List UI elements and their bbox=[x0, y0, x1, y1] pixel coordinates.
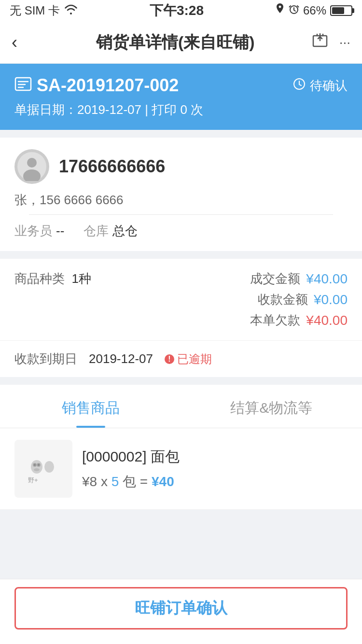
customer-meta: 业务员 -- 仓库 总仓 bbox=[14, 223, 348, 239]
nav-bar: ‹ 销货单详情(来自旺铺) ··· bbox=[0, 21, 362, 64]
header-card-top: SA-20191207-002 待确认 bbox=[14, 75, 348, 96]
avatar bbox=[14, 149, 49, 184]
status-left: 无 SIM 卡 bbox=[10, 3, 78, 18]
share-icon[interactable] bbox=[310, 31, 330, 54]
due-date-value: 2019-12-07 bbox=[89, 351, 153, 366]
salesperson-value: -- bbox=[56, 224, 64, 238]
product-item: 野+ [0000002] 面包 ¥8 x 5 包 = ¥40 bbox=[0, 428, 362, 510]
summary-card: 商品种类 1种 成交金额 ¥40.00 收款金额 ¥0.00 本单欠款 ¥40.… bbox=[0, 259, 362, 340]
transaction-amount-label: 成交金额 bbox=[250, 270, 300, 287]
product-unit-price: ¥8 bbox=[82, 474, 97, 489]
svg-point-11 bbox=[31, 460, 42, 474]
bottom-bar: 旺铺订单确认 bbox=[0, 579, 362, 644]
product-list: 野+ [0000002] 面包 ¥8 x 5 包 = ¥40 bbox=[0, 428, 362, 510]
summary-right: 成交金额 ¥40.00 收款金额 ¥0.00 本单欠款 ¥40.00 bbox=[250, 270, 348, 329]
order-number: SA-20191207-002 bbox=[14, 75, 179, 96]
product-unit: 包 bbox=[123, 474, 136, 489]
tab-sales-products[interactable]: 销售商品 bbox=[0, 385, 181, 428]
battery-icon bbox=[330, 5, 352, 16]
product-price: ¥8 x 5 包 = ¥40 bbox=[82, 473, 348, 491]
product-types-label: 商品种类 bbox=[14, 271, 65, 286]
customer-top: 17666666666 bbox=[14, 149, 348, 184]
customer-info: 张，156 6666 6666 bbox=[14, 192, 348, 209]
summary-row: 商品种类 1种 成交金额 ¥40.00 收款金额 ¥0.00 本单欠款 ¥40.… bbox=[14, 270, 348, 329]
nav-actions: ··· bbox=[310, 31, 350, 54]
owed-amount-value: ¥40.00 bbox=[306, 313, 348, 328]
carrier-text: 无 SIM 卡 bbox=[10, 3, 60, 18]
equals-sign: = bbox=[140, 474, 152, 489]
collected-amount-value: ¥0.00 bbox=[314, 292, 348, 308]
collected-amount-label: 收款金额 bbox=[258, 291, 308, 308]
owed-amount-item: 本单欠款 ¥40.00 bbox=[250, 312, 348, 329]
confirm-order-button[interactable]: 旺铺订单确认 bbox=[14, 587, 348, 630]
svg-text:野+: 野+ bbox=[28, 476, 38, 484]
collected-amount-item: 收款金额 ¥0.00 bbox=[258, 291, 348, 308]
product-title: 面包 bbox=[151, 448, 180, 464]
warehouse-label: 仓库 bbox=[84, 223, 109, 239]
customer-card: 17666666666 张，156 6666 6666 业务员 -- 仓库 总仓 bbox=[0, 138, 362, 251]
tab-settlement-logistics[interactable]: 结算&物流等 bbox=[181, 385, 362, 428]
svg-point-16 bbox=[38, 464, 40, 466]
alarm-icon bbox=[289, 4, 299, 17]
product-id: [0000002] bbox=[82, 448, 146, 464]
salesperson-item: 业务员 -- bbox=[14, 223, 64, 239]
back-button[interactable]: ‹ bbox=[12, 32, 41, 53]
location-icon bbox=[275, 3, 285, 18]
customer-phone: 17666666666 bbox=[59, 156, 165, 177]
owed-amount-label: 本单欠款 bbox=[250, 312, 300, 329]
svg-point-15 bbox=[34, 464, 36, 466]
summary-left: 商品种类 1种 bbox=[14, 270, 91, 287]
transaction-amount-item: 成交金额 ¥40.00 bbox=[250, 270, 348, 287]
order-icon bbox=[14, 75, 32, 96]
warehouse-value: 总仓 bbox=[112, 223, 138, 239]
product-info: [0000002] 面包 ¥8 x 5 包 = ¥40 bbox=[82, 447, 348, 491]
status-bar: 无 SIM 卡 下午3:28 66% bbox=[0, 0, 362, 21]
overdue-text: 已逾期 bbox=[177, 351, 212, 367]
page-title: 销货单详情(来自旺铺) bbox=[96, 31, 255, 54]
tabs-bar: 销售商品 结算&物流等 bbox=[0, 385, 362, 428]
status-right: 66% bbox=[275, 3, 352, 18]
transaction-amount-value: ¥40.00 bbox=[306, 271, 348, 287]
multiply-sign: x bbox=[101, 474, 111, 489]
product-total: ¥40 bbox=[152, 474, 174, 489]
product-name: [0000002] 面包 bbox=[82, 447, 348, 467]
header-card: SA-20191207-002 待确认 单据日期：2019-12-07 | 打印… bbox=[0, 64, 362, 130]
overdue-badge: ! 已逾期 bbox=[165, 351, 212, 367]
order-date: 单据日期：2019-12-07 | 打印 0 次 bbox=[14, 101, 348, 118]
clock-icon bbox=[292, 77, 306, 94]
warehouse-item: 仓库 总仓 bbox=[84, 223, 138, 239]
wifi-icon bbox=[64, 4, 78, 17]
svg-point-5 bbox=[27, 158, 37, 168]
divider bbox=[29, 214, 333, 215]
product-quantity: 5 bbox=[111, 474, 119, 489]
product-types-value: 1种 bbox=[71, 271, 91, 286]
due-date-label: 收款到期日 bbox=[14, 350, 77, 367]
battery-level: 66% bbox=[303, 4, 326, 17]
order-status: 待确认 bbox=[292, 77, 348, 94]
svg-point-17 bbox=[34, 468, 40, 471]
status-time: 下午3:28 bbox=[150, 1, 204, 20]
svg-point-12 bbox=[44, 461, 54, 473]
overdue-dot-icon: ! bbox=[165, 354, 174, 364]
salesperson-label: 业务员 bbox=[14, 223, 52, 239]
due-date-card: 收款到期日 2019-12-07 ! 已逾期 bbox=[0, 340, 362, 377]
more-icon[interactable]: ··· bbox=[339, 35, 350, 50]
product-thumbnail: 野+ bbox=[14, 440, 72, 498]
